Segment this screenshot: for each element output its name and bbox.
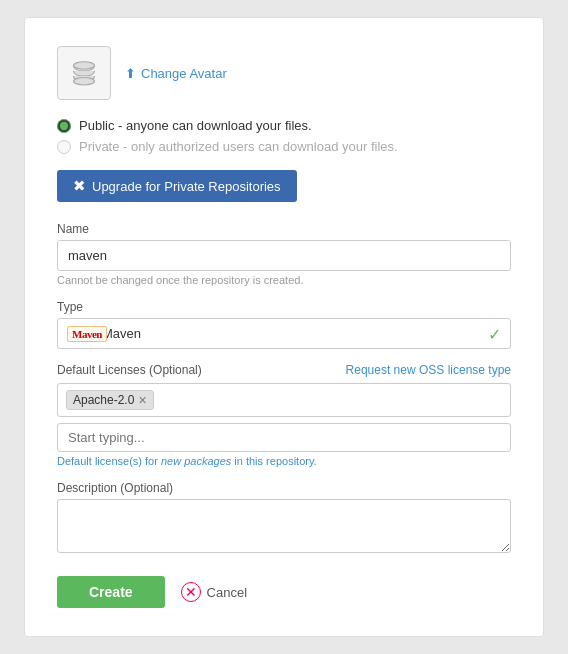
name-label: Name — [57, 222, 511, 236]
public-label: Public - anyone can download your files. — [79, 118, 312, 133]
description-label: Description (Optional) — [57, 481, 511, 495]
license-header: Default Licenses (Optional) Request new … — [57, 363, 511, 377]
public-radio-item[interactable]: Public - anyone can download your files. — [57, 118, 511, 133]
visibility-section: Public - anyone can download your files.… — [57, 118, 511, 154]
description-field-group: Description (Optional) — [57, 481, 511, 556]
svg-point-0 — [74, 62, 95, 70]
type-select-wrapper: Maven Maven ✓ — [57, 318, 511, 349]
type-label: Type — [57, 300, 511, 314]
avatar-section: ⬆ Change Avatar — [57, 46, 511, 100]
type-select[interactable]: Maven — [57, 318, 511, 349]
name-input[interactable] — [57, 240, 511, 271]
upgrade-label: Upgrade for Private Repositories — [92, 179, 281, 194]
request-license-link[interactable]: Request new OSS license type — [346, 363, 511, 377]
license-hint: Default license(s) for new packages in t… — [57, 455, 511, 467]
private-radio[interactable] — [57, 140, 71, 154]
license-field-group: Default Licenses (Optional) Request new … — [57, 363, 511, 467]
tag-label: Apache-2.0 — [73, 393, 134, 407]
type-field-group: Type Maven Maven ✓ — [57, 300, 511, 349]
license-label: Default Licenses (Optional) — [57, 363, 202, 377]
database-icon — [69, 58, 99, 88]
public-radio[interactable] — [57, 119, 71, 133]
apache-license-tag: Apache-2.0 × — [66, 390, 154, 410]
upload-icon: ⬆ — [125, 66, 136, 81]
upgrade-button[interactable]: ✖ Upgrade for Private Repositories — [57, 170, 297, 202]
license-tag-input-wrapper[interactable]: Apache-2.0 × — [57, 383, 511, 417]
cancel-icon: ✕ — [181, 582, 201, 602]
avatar-preview — [57, 46, 111, 100]
tag-remove-button[interactable]: × — [138, 393, 146, 407]
svg-point-1 — [74, 78, 95, 86]
footer-buttons: Create ✕ Cancel — [57, 576, 511, 608]
cancel-label: Cancel — [207, 585, 247, 600]
upgrade-icon: ✖ — [73, 177, 86, 195]
cancel-button[interactable]: ✕ Cancel — [181, 582, 247, 602]
description-textarea[interactable] — [57, 499, 511, 553]
license-search-input[interactable] — [57, 423, 511, 452]
name-hint: Cannot be changed once the repository is… — [57, 274, 511, 286]
create-repository-card: ⬆ Change Avatar Public - anyone can down… — [24, 17, 544, 637]
name-field-group: Name Cannot be changed once the reposito… — [57, 222, 511, 286]
create-button[interactable]: Create — [57, 576, 165, 608]
change-avatar-button[interactable]: ⬆ Change Avatar — [125, 66, 227, 81]
maven-icon: Maven — [67, 326, 107, 342]
change-avatar-label: Change Avatar — [141, 66, 227, 81]
private-radio-item[interactable]: Private - only authorized users can down… — [57, 139, 511, 154]
private-label: Private - only authorized users can down… — [79, 139, 398, 154]
